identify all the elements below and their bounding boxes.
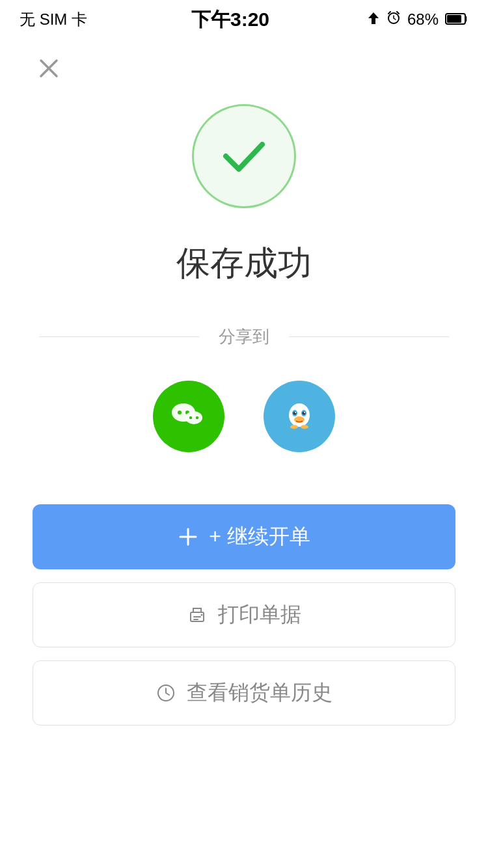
svg-point-18	[301, 425, 308, 429]
battery-text: 68%	[407, 10, 439, 29]
history-icon	[156, 683, 176, 703]
checkmark-icon	[218, 130, 270, 182]
main-content: 保存成功 分享到	[0, 39, 488, 726]
svg-rect-20	[193, 616, 201, 617]
svg-point-6	[185, 411, 202, 424]
share-divider: 分享到	[0, 325, 488, 348]
status-bar: 无 SIM 卡 下午3:20 68%	[0, 0, 488, 39]
status-time: 下午3:20	[191, 7, 269, 33]
status-right: 68%	[367, 10, 468, 29]
svg-point-12	[293, 412, 297, 415]
wechat-icon	[169, 397, 208, 436]
svg-point-15	[304, 412, 305, 413]
svg-point-13	[303, 412, 306, 415]
svg-point-9	[289, 403, 310, 427]
history-label: 查看销货单历史	[187, 679, 332, 707]
svg-point-14	[295, 412, 296, 413]
continue-order-button[interactable]: + 继续开单	[33, 504, 455, 569]
action-buttons: + 继续开单 打印单据 查看销货单历史	[0, 504, 488, 726]
svg-rect-21	[193, 619, 198, 620]
share-label: 分享到	[199, 325, 289, 348]
wechat-share-button[interactable]	[153, 381, 224, 452]
close-button[interactable]	[33, 52, 65, 85]
status-left: 无 SIM 卡	[20, 9, 94, 30]
print-icon	[187, 604, 208, 625]
svg-point-17	[290, 425, 298, 429]
success-icon-circle	[192, 104, 296, 208]
svg-point-4	[178, 411, 182, 414]
location-icon	[367, 10, 380, 29]
qq-share-button[interactable]	[264, 381, 335, 452]
battery-icon	[445, 10, 468, 29]
success-title: 保存成功	[176, 241, 312, 286]
svg-rect-2	[447, 15, 461, 23]
continue-order-label: + 继续开单	[209, 522, 310, 551]
alarm-icon	[386, 10, 401, 29]
svg-point-7	[189, 416, 192, 419]
sim-text: 无 SIM 卡	[20, 9, 87, 30]
plus-icon	[178, 526, 198, 547]
print-label: 打印单据	[218, 601, 301, 629]
history-button[interactable]: 查看销货单历史	[33, 660, 455, 726]
svg-point-22	[201, 614, 203, 616]
qq-icon	[280, 397, 319, 436]
print-button[interactable]: 打印单据	[33, 582, 455, 647]
svg-point-8	[196, 416, 198, 419]
share-icons	[153, 381, 335, 452]
